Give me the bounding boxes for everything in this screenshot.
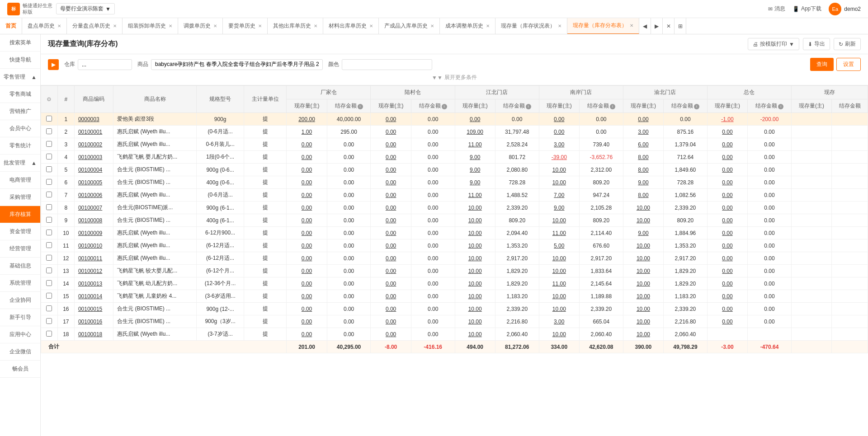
sidebar-item-purchase[interactable]: 采购管理 xyxy=(0,189,40,206)
setting-btn[interactable]: 设置 xyxy=(836,58,861,71)
info-icon-6[interactable]: i xyxy=(778,104,783,109)
td-total-stock[interactable]: 0.00 xyxy=(707,265,747,277)
td-code[interactable]: 00100016 xyxy=(74,315,113,328)
td-code[interactable]: 00100004 xyxy=(74,164,113,176)
td-code[interactable]: 00100001 xyxy=(74,126,113,138)
sidebar-item-enterprise[interactable]: 企业协同 xyxy=(0,292,40,309)
app-download-btn[interactable]: 📱 App下载 xyxy=(793,5,821,13)
td-code[interactable]: 00100006 xyxy=(74,189,113,202)
tab-close-9[interactable]: ✕ xyxy=(486,23,490,28)
td-check[interactable] xyxy=(41,252,58,265)
td-f-stock[interactable]: 0.00 xyxy=(287,214,327,227)
sidebar-item-management[interactable]: 经营管理 xyxy=(0,240,40,258)
td-jb-stock[interactable]: 10.00 xyxy=(455,265,495,277)
filter-toggle-btn[interactable]: ▶ xyxy=(48,59,59,70)
td-jb-stock[interactable]: 9.00 xyxy=(455,176,495,189)
td-lu-stock[interactable]: 0.00 xyxy=(371,164,411,176)
td-jb-stock[interactable]: 0.00 xyxy=(455,113,495,126)
info-icon-3[interactable]: i xyxy=(526,104,531,109)
td-check[interactable] xyxy=(41,164,58,176)
td-code[interactable]: 00100002 xyxy=(74,138,113,151)
sidebar-item-guide[interactable]: 新手引导 xyxy=(0,309,40,326)
sidebar-item-ecommerce[interactable]: 电商管理 xyxy=(0,172,40,189)
td-na-stock[interactable]: 11.00 xyxy=(539,277,579,290)
user-area[interactable]: Ea demo2 xyxy=(829,3,861,15)
td-code[interactable]: 00100005 xyxy=(74,176,113,189)
td-lu-stock[interactable]: 0.00 xyxy=(371,176,411,189)
td-total-stock[interactable]: 0.00 xyxy=(707,290,747,303)
tab-close-5[interactable]: ✕ xyxy=(258,23,262,28)
td-f-stock[interactable]: 200.00 xyxy=(287,113,327,126)
td-total-stock[interactable]: -1.00 xyxy=(707,113,747,126)
td-check[interactable] xyxy=(41,151,58,164)
info-icon-2[interactable]: i xyxy=(442,104,447,109)
td-na-stock[interactable]: 11.00 xyxy=(539,227,579,239)
sidebar-item-vip[interactable]: 畅会员 xyxy=(0,361,40,378)
td-check[interactable] xyxy=(41,214,58,227)
info-icon-5[interactable]: i xyxy=(694,104,699,109)
td-lu-stock[interactable]: 0.00 xyxy=(371,239,411,252)
sidebar-item-retail-mgmt[interactable]: 零售管理 ▲ xyxy=(0,69,40,86)
td-f-stock[interactable]: 0.00 xyxy=(287,189,327,202)
td-yb-stock[interactable]: 0.00 xyxy=(623,113,663,126)
sidebar-item-apps[interactable]: 应用中心 xyxy=(0,326,40,343)
td-lu-stock[interactable]: 0.00 xyxy=(371,151,411,164)
td-yb-stock[interactable]: 8.00 xyxy=(623,164,663,176)
tab-1[interactable]: 盘点单历史 ✕ xyxy=(22,18,67,34)
query-btn[interactable]: 查询 xyxy=(810,58,834,71)
sidebar-item-finance[interactable]: 资金管理 xyxy=(0,223,40,240)
td-yb-stock[interactable]: 9.00 xyxy=(623,176,663,189)
sidebar-item-member[interactable]: 会员中心 xyxy=(0,120,40,137)
industry-selector[interactable]: 母婴行业演示陈套 ▼ xyxy=(56,3,115,14)
td-na-stock[interactable]: 9.00 xyxy=(539,202,579,214)
td-yb-stock[interactable]: 10.00 xyxy=(623,328,663,341)
td-lu-stock[interactable]: 0.00 xyxy=(371,303,411,315)
td-check[interactable] xyxy=(41,303,58,315)
export-btn[interactable]: ⬇ 导出 xyxy=(803,38,830,50)
print-btn[interactable]: 🖨 按模版打印 ▼ xyxy=(748,38,799,50)
td-code[interactable]: 00100009 xyxy=(74,227,113,239)
td-check[interactable] xyxy=(41,227,58,239)
td-check[interactable] xyxy=(41,290,58,303)
td-jb-stock[interactable]: 11.00 xyxy=(455,189,495,202)
td-total-stock[interactable]: 0.00 xyxy=(707,126,747,138)
td-na-stock[interactable]: 5.00 xyxy=(539,239,579,252)
td-na-stock[interactable]: 10.00 xyxy=(539,164,579,176)
td-check[interactable] xyxy=(41,239,58,252)
td-f-stock[interactable]: 0.00 xyxy=(287,176,327,189)
td-total-stock[interactable]: 0.00 xyxy=(707,239,747,252)
tab-8[interactable]: 产成品入库单历史 ✕ xyxy=(379,18,440,34)
tab-expand-btn[interactable]: ⊞ xyxy=(675,18,686,34)
td-yb-stock[interactable]: 10.00 xyxy=(623,303,663,315)
sidebar-item-retail-mall[interactable]: 零售商城 xyxy=(0,86,40,103)
td-f-stock[interactable]: 0.00 xyxy=(287,303,327,315)
td-yb-stock[interactable]: 10.00 xyxy=(623,252,663,265)
td-lu-stock[interactable]: 0.00 xyxy=(371,227,411,239)
tab-4[interactable]: 调拨单历史 ✕ xyxy=(178,18,223,34)
td-yb-stock[interactable]: 10.00 xyxy=(623,239,663,252)
td-yb-stock[interactable]: 10.00 xyxy=(623,277,663,290)
td-total-stock[interactable]: 0.00 xyxy=(707,315,747,328)
td-f-stock[interactable]: 0.00 xyxy=(287,252,327,265)
info-icon-1[interactable]: i xyxy=(358,104,363,109)
tab-close-10[interactable]: ✕ xyxy=(558,23,561,28)
td-na-stock[interactable]: 10.00 xyxy=(539,214,579,227)
tab-6[interactable]: 其他出库单历史 ✕ xyxy=(268,18,323,34)
tab-home[interactable]: 首页 xyxy=(0,18,22,34)
td-f-stock[interactable]: 0.00 xyxy=(287,290,327,303)
td-check[interactable] xyxy=(41,277,58,290)
td-jb-stock[interactable]: 10.00 xyxy=(455,328,495,341)
tab-11[interactable]: 现存量（库存分布表） ✕ xyxy=(567,18,639,34)
td-check[interactable] xyxy=(41,265,58,277)
tab-close-11[interactable]: ✕ xyxy=(630,23,633,28)
td-lu-stock[interactable]: 0.00 xyxy=(371,138,411,151)
td-lu-stock[interactable]: 0.00 xyxy=(371,328,411,341)
td-jb-stock[interactable]: 10.00 xyxy=(455,227,495,239)
td-lu-stock[interactable]: 0.00 xyxy=(371,126,411,138)
tab-10[interactable]: 现存量（库存状况表） ✕ xyxy=(495,18,567,34)
tab-9[interactable]: 成本调整单历史 ✕ xyxy=(440,18,495,34)
td-code[interactable]: 00100012 xyxy=(74,265,113,277)
tab-close-8[interactable]: ✕ xyxy=(430,23,434,28)
sidebar-item-wholesale[interactable]: 批发管理 ▲ xyxy=(0,155,40,172)
td-jb-stock[interactable]: 10.00 xyxy=(455,239,495,252)
